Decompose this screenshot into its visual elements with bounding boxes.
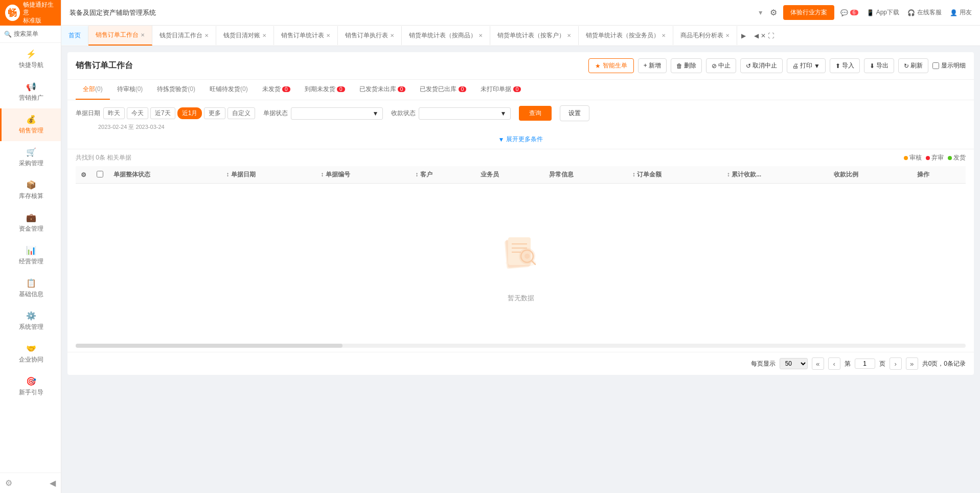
detail-checkbox-input[interactable] xyxy=(932,62,939,69)
sidebar-item-basic-info[interactable]: 📋 基础信息 xyxy=(0,272,61,305)
sidebar-item-sales[interactable]: 💰 销售管理 xyxy=(0,108,61,141)
tab-cash-reconcile[interactable]: 钱货日清对账 ✕ xyxy=(216,26,274,45)
date-btn-today[interactable]: 今天 xyxy=(127,107,148,119)
status-select[interactable]: ▼ xyxy=(291,107,383,120)
per-page-select[interactable]: 50 20 100 xyxy=(780,358,808,369)
tab-sales-exec[interactable]: 销售订单执行表 ✕ xyxy=(338,26,402,45)
sidebar-item-purchase[interactable]: 🛒 采购管理 xyxy=(0,141,61,174)
expand-down-icon: ▼ xyxy=(498,136,505,143)
date-btn-7days[interactable]: 近7天 xyxy=(150,107,175,119)
review-action-button[interactable]: 审核 xyxy=(904,153,922,162)
tab-close-all-icon[interactable]: ✕ xyxy=(761,32,766,39)
tab-close-goods-product[interactable]: ✕ xyxy=(478,33,483,38)
sidebar-item-system[interactable]: ⚙️ 系统管理 xyxy=(0,305,61,338)
tab-goods-stats-staff[interactable]: 销货单统计表（按业务员） ✕ xyxy=(579,26,673,45)
tab-close-sales-stats[interactable]: ✕ xyxy=(326,33,330,38)
tab-close-goods-staff[interactable]: ✕ xyxy=(662,33,666,38)
tab-scroll-right[interactable]: ▶ xyxy=(737,32,750,39)
tab-prev-icon[interactable]: ◀ xyxy=(754,32,759,39)
expand-filter-button[interactable]: ▼ 展开更多条件 xyxy=(498,135,543,144)
sub-tab-not-shipped[interactable]: 未发货 0 xyxy=(255,80,298,100)
page-number-input[interactable] xyxy=(855,358,875,369)
col-checkbox[interactable] xyxy=(92,166,108,184)
export-button[interactable]: ⬇ 导出 xyxy=(864,58,894,73)
col-customer[interactable]: ↕ 客户 xyxy=(410,166,475,184)
app-download-button[interactable]: 📱 App下载 xyxy=(867,8,899,17)
next-page-button[interactable]: › xyxy=(890,357,902,370)
tab-goods-stats-product[interactable]: 销货单统计表（按商品） ✕ xyxy=(402,26,490,45)
payment-select[interactable]: ▼ xyxy=(419,107,511,120)
date-btn-yesterday[interactable]: 昨天 xyxy=(103,107,125,119)
scrollbar-thumb[interactable] xyxy=(76,344,343,348)
select-all-checkbox[interactable] xyxy=(97,171,103,177)
col-date[interactable]: ↕ 单据日期 xyxy=(221,166,315,184)
summary-text: 共找到 0条 相关单据 xyxy=(76,153,131,162)
tab-home[interactable]: 首页 xyxy=(61,26,88,45)
tab-sales-stats[interactable]: 销售订单统计表 ✕ xyxy=(274,26,338,45)
refresh-button[interactable]: ↻ 刷新 xyxy=(898,58,928,73)
user-menu-button[interactable]: 👤 用友 xyxy=(950,8,972,17)
print-button[interactable]: 🖨 打印 ▼ xyxy=(787,58,826,73)
delete-button[interactable]: 🗑 删除 xyxy=(671,58,702,73)
col-collected[interactable]: ↕ 累计收款... xyxy=(722,166,829,184)
sidebar-item-quick-nav[interactable]: ⚡ 快捷导航 xyxy=(0,43,61,76)
stop-button[interactable]: ⊘ 中止 xyxy=(706,58,736,73)
smart-order-button[interactable]: ★ 智能生单 xyxy=(588,58,634,73)
filter-payment: 收款状态 ▼ xyxy=(391,107,511,120)
settings-header-icon[interactable]: ⚙ xyxy=(770,8,777,17)
sidebar-item-marketing[interactable]: 📢 营销推广 xyxy=(0,76,61,108)
sub-tab-shipped-not-warehouse[interactable]: 已发货未出库 0 xyxy=(352,80,413,100)
sidebar-item-inventory[interactable]: 📦 库存核算 xyxy=(0,174,61,207)
sub-tab-all[interactable]: 全部(0) xyxy=(76,80,110,100)
solution-button[interactable]: 体验行业方案 xyxy=(783,5,834,20)
tab-maximize-icon[interactable]: ⛶ xyxy=(768,32,774,39)
last-page-button[interactable]: » xyxy=(906,357,918,370)
show-detail-checkbox[interactable]: 显示明细 xyxy=(932,61,966,70)
date-btn-1month[interactable]: 近1月 xyxy=(177,107,202,119)
sidebar-item-operations[interactable]: 📊 经营管理 xyxy=(0,239,61,272)
sub-tab-not-printed[interactable]: 未打印单据 0 xyxy=(473,80,528,100)
online-service-button[interactable]: 🎧 在线客服 xyxy=(907,8,942,17)
sub-tab-pending-review[interactable]: 待审核(0) xyxy=(110,80,150,100)
page-title: 销售订单工作台 xyxy=(76,60,133,71)
tab-close-cash-reconcile[interactable]: ✕ xyxy=(262,33,266,38)
tab-goods-stats-customer[interactable]: 销货单统计表（按客户） ✕ xyxy=(490,26,579,45)
sidebar-search[interactable]: 🔍 搜索菜单 xyxy=(0,26,61,43)
cancel-stop-button[interactable]: ↺ 取消中止 xyxy=(740,58,783,73)
message-button[interactable]: 💬 6 xyxy=(840,9,858,16)
sub-tab-wangpu-ship[interactable]: 旺铺待发货(0) xyxy=(202,80,255,100)
sidebar-settings-icon[interactable]: ⚙ xyxy=(5,478,12,488)
sidebar-item-guide[interactable]: 🎯 新手引导 xyxy=(0,370,61,403)
stop-icon: ⊘ xyxy=(712,62,717,70)
sub-tab-expired-not-ship[interactable]: 到期未发货 0 xyxy=(298,80,352,100)
tab-sales-workbench[interactable]: 销售订单工作台 ✕ xyxy=(88,26,152,46)
dropdown-arrow-icon[interactable]: ▼ xyxy=(758,9,764,16)
col-amount[interactable]: ↕ 订单金额 xyxy=(627,166,722,184)
sidebar-collapse-icon[interactable]: ◀ xyxy=(50,478,56,488)
horizontal-scrollbar[interactable] xyxy=(76,344,966,348)
cancel-action-button[interactable]: 弃审 xyxy=(926,153,944,162)
first-page-button[interactable]: « xyxy=(812,357,824,370)
sub-tab-pending-inspect[interactable]: 待拣货验货(0) xyxy=(150,80,202,100)
date-btn-more[interactable]: 更多 xyxy=(204,107,225,119)
tab-close-sales-exec[interactable]: ✕ xyxy=(390,33,394,38)
set-button[interactable]: 设置 xyxy=(560,105,589,121)
tab-gross-margin[interactable]: 商品毛利分析表 ✕ xyxy=(673,26,737,45)
col-settings[interactable]: ⚙ xyxy=(76,166,92,184)
date-btn-custom[interactable]: 自定义 xyxy=(227,107,255,119)
sidebar-item-enterprise[interactable]: 🤝 企业协同 xyxy=(0,338,61,370)
tab-close-sales-workbench[interactable]: ✕ xyxy=(141,32,145,38)
import-button[interactable]: ⬆ 导入 xyxy=(830,58,860,73)
query-button[interactable]: 查询 xyxy=(519,106,552,121)
tab-close-cash-daily[interactable]: ✕ xyxy=(204,33,209,38)
ship-action-button[interactable]: 发货 xyxy=(948,153,966,162)
prev-page-button[interactable]: ‹ xyxy=(828,357,840,370)
sub-tab-shipped-warehouse[interactable]: 已发货已出库 0 xyxy=(413,80,473,100)
tab-close-gross-margin[interactable]: ✕ xyxy=(725,33,730,38)
tab-cash-daily[interactable]: 钱货日清工作台 ✕ xyxy=(152,26,216,45)
filter-date: 单据日期 昨天 今天 近7天 近1月 更多 自定义 xyxy=(76,107,255,119)
add-button[interactable]: + 新增 xyxy=(638,58,667,73)
tab-close-goods-customer[interactable]: ✕ xyxy=(567,33,571,38)
col-number[interactable]: ↕ 单据编号 xyxy=(315,166,410,184)
sidebar-item-finance[interactable]: 💼 资金管理 xyxy=(0,207,61,239)
